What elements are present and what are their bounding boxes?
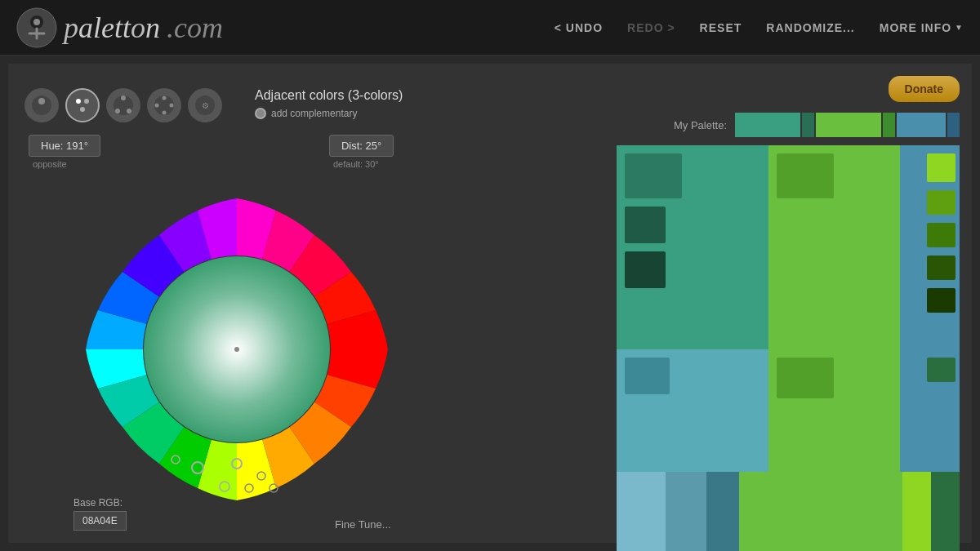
fine-tune-button[interactable]: Fine Tune... bbox=[335, 518, 391, 531]
palette-cell-lower-teal[interactable] bbox=[617, 349, 768, 472]
palette-strip-green bbox=[816, 113, 881, 137]
palette-title: Adjacent colors (3-colors) bbox=[255, 88, 403, 103]
swatch-lower-1 bbox=[625, 358, 670, 394]
logo-icon bbox=[16, 7, 57, 48]
color-wheel[interactable] bbox=[74, 186, 400, 513]
palette-strip-3-3[interactable] bbox=[706, 472, 739, 551]
palette-strip-3-1[interactable] bbox=[617, 472, 666, 551]
hue-control: Hue: 191° opposite bbox=[29, 135, 100, 169]
logo: paletton .com bbox=[16, 7, 223, 48]
logo-text: paletton bbox=[64, 11, 160, 45]
swatch-accent-2 bbox=[927, 190, 956, 215]
svg-point-7 bbox=[73, 96, 92, 115]
palette-row-2 bbox=[617, 349, 960, 472]
hue-label: opposite bbox=[33, 159, 100, 169]
palette-cell-blue[interactable] bbox=[900, 145, 960, 349]
logo-dotcom: .com bbox=[167, 11, 223, 45]
palette-strip-green-dark bbox=[883, 113, 895, 137]
palette-strip-teal-dark bbox=[802, 113, 814, 137]
swatch-lower-accent-1 bbox=[927, 358, 956, 382]
dist-label: default: 30° bbox=[333, 159, 394, 169]
dist-badge[interactable]: Dist: 25° bbox=[329, 135, 394, 157]
palette-info: Adjacent colors (3-colors) add complemen… bbox=[255, 88, 403, 119]
my-palette: My Palette: bbox=[674, 113, 960, 137]
scheme-custom-icon[interactable]: ⚙ bbox=[188, 88, 222, 122]
palette-strip-3-accent-1[interactable] bbox=[902, 472, 931, 551]
svg-point-9 bbox=[84, 99, 89, 104]
scheme-tetrad-icon[interactable] bbox=[147, 88, 181, 122]
reset-button[interactable]: RESET bbox=[700, 21, 742, 34]
scheme-mono-icon[interactable] bbox=[24, 88, 59, 122]
palette-strip-3-accent-2[interactable] bbox=[931, 472, 960, 551]
svg-point-18 bbox=[163, 111, 167, 115]
more-info-button[interactable]: MORE INFO ▼ bbox=[880, 21, 964, 34]
hue-badge[interactable]: Hue: 191° bbox=[29, 135, 100, 157]
wheel-center bbox=[234, 347, 239, 352]
palette-row-1 bbox=[617, 145, 960, 349]
svg-point-8 bbox=[76, 99, 81, 104]
palette-cell-teal[interactable] bbox=[617, 145, 768, 349]
svg-point-12 bbox=[121, 96, 126, 100]
swatch-green-1 bbox=[777, 153, 834, 198]
svg-point-17 bbox=[170, 104, 174, 108]
my-palette-label: My Palette: bbox=[674, 119, 727, 131]
scheme-icons: ⚙ bbox=[24, 88, 222, 122]
base-rgb-label: Base RGB: bbox=[74, 497, 127, 509]
nav: < UNDO REDO > RESET RANDOMIZE... MORE IN… bbox=[555, 21, 964, 34]
scheme-triad-icon[interactable] bbox=[106, 88, 140, 122]
palette-strip-3-green[interactable] bbox=[739, 472, 902, 551]
dist-control: Dist: 25° default: 30° bbox=[329, 135, 394, 169]
toggle-icon bbox=[255, 108, 266, 119]
svg-point-6 bbox=[38, 98, 45, 104]
donate-button[interactable]: Donate bbox=[889, 76, 960, 102]
svg-point-14 bbox=[127, 109, 131, 113]
redo-button[interactable]: REDO > bbox=[627, 21, 675, 34]
base-rgb: Base RGB: 08A04E bbox=[74, 497, 127, 531]
palette-cell-lower-accent[interactable] bbox=[900, 349, 960, 472]
swatch-accent-3 bbox=[927, 223, 956, 247]
swatch-accent-4 bbox=[927, 256, 956, 280]
svg-point-10 bbox=[80, 107, 85, 112]
add-complementary-toggle[interactable]: add complementary bbox=[255, 108, 403, 119]
main-content: Donate bbox=[8, 64, 972, 543]
palette-cell-lower-green[interactable] bbox=[768, 349, 901, 472]
chevron-down-icon: ▼ bbox=[955, 23, 964, 32]
palette-strip-3-2[interactable] bbox=[666, 472, 706, 551]
svg-text:⚙: ⚙ bbox=[202, 101, 209, 110]
palette-strips[interactable] bbox=[735, 113, 960, 137]
swatch-accent-5 bbox=[927, 288, 956, 313]
header: paletton .com < UNDO REDO > RESET RANDOM… bbox=[0, 0, 980, 56]
color-wheel-area[interactable] bbox=[74, 186, 400, 529]
rgb-value[interactable]: 08A04E bbox=[74, 511, 127, 531]
palette-row-3 bbox=[617, 472, 960, 551]
palette-strip-teal bbox=[735, 113, 800, 137]
swatch-teal-3 bbox=[625, 251, 666, 288]
scheme-adjacent-icon[interactable] bbox=[65, 88, 100, 122]
add-complementary-label: add complementary bbox=[271, 108, 357, 119]
svg-point-16 bbox=[163, 96, 167, 100]
svg-point-2 bbox=[33, 19, 40, 25]
palette-cell-green[interactable] bbox=[768, 145, 901, 349]
palette-strip-blue-dark bbox=[947, 113, 960, 137]
swatch-lower-2 bbox=[777, 358, 834, 398]
svg-point-13 bbox=[115, 109, 120, 113]
undo-button[interactable]: < UNDO bbox=[555, 21, 603, 34]
swatch-teal-2 bbox=[625, 207, 666, 243]
swatch-accent-1 bbox=[927, 153, 956, 182]
palette-strip-blue bbox=[897, 113, 946, 137]
randomize-button[interactable]: RANDOMIZE... bbox=[766, 21, 854, 34]
palette-grid bbox=[617, 145, 960, 551]
svg-point-19 bbox=[155, 104, 159, 108]
swatch-teal-1 bbox=[625, 153, 682, 198]
